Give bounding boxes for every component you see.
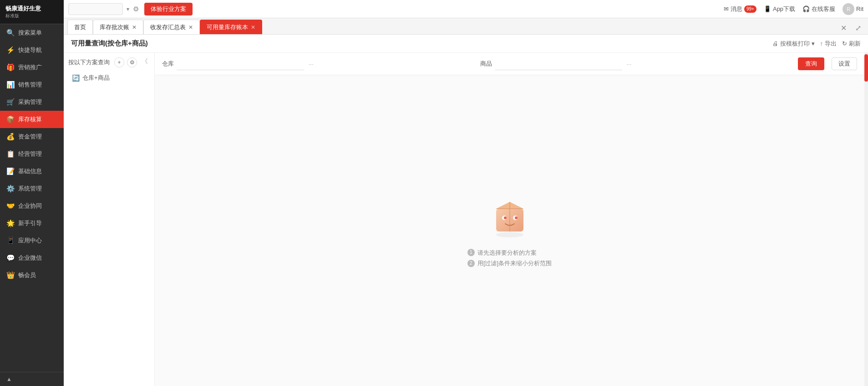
sidebar-item-base-info[interactable]: 📝 基础信息 [0,163,64,180]
query-filters-bar: 仓库 ··· 商品 ··· 查询 设置 [155,53,864,75]
tab-available-inventory[interactable]: 可用量库存账本 ✕ [200,20,262,34]
cart-icon: 🛒 [6,98,15,106]
warehouse-more-icon[interactable]: ··· [307,61,315,67]
sidebar-item-label: 新手引导 [18,219,42,227]
topbar-search-input[interactable] [68,3,123,15]
sidebar-collapse-icon: ▲ [6,376,12,382]
right-scrollbar-thumb[interactable] [864,54,868,82]
tabs-bar: 首页 库存批次账 ✕ 收发存汇总表 ✕ 可用量库存账本 ✕ ✕ ⤢ [64,18,868,35]
sidebar-item-inventory[interactable]: 📦 库存核算 [0,111,64,128]
warehouse-filter-group: 仓库 ··· [162,57,473,70]
user-avatar-area[interactable]: R Rit [843,3,863,15]
sidebar-item-marketing[interactable]: 🎁 营销推广 [0,59,64,76]
sidebar-item-corp[interactable]: 🤝 企业协同 [0,197,64,215]
settings-button[interactable]: 设置 [832,57,857,70]
phone-icon: 📱 [764,5,771,12]
doc-icon: 📝 [6,167,15,175]
topbar-chevron-icon[interactable]: ▾ [127,6,129,12]
tab-close-icon[interactable]: ✕ [132,24,137,31]
sidebar-item-label: 企业微信 [18,254,42,262]
topbar-right: ✉ 消息 99+ 📱 App下载 🎧 在线客服 R Rit [724,3,863,15]
sidebar-item-quick-nav[interactable]: ⚡ 快捷导航 [0,41,64,59]
trial-industry-button[interactable]: 体验行业方案 [144,3,193,15]
money-icon: 💰 [6,133,15,141]
sidebar-item-operation[interactable]: 📋 经营管理 [0,145,64,163]
svg-point-8 [496,232,523,237]
tip-num-2: 2 [467,260,475,267]
warehouse-input[interactable] [177,57,304,70]
sidebar-item-label: 营销推广 [18,63,42,72]
gear-icon: ⚙️ [6,185,15,193]
right-scrollbar[interactable] [864,53,868,386]
query-button[interactable]: 查询 [798,57,824,70]
star-icon: 🌟 [6,219,15,227]
tab-close-icon[interactable]: ✕ [188,24,193,31]
search-icon: 🔍 [6,29,15,37]
app-download-label: App下载 [773,5,795,13]
svg-point-7 [515,216,518,219]
refresh-button[interactable]: ↻ 刷新 [842,40,861,48]
filter-panel-header: 按以下方案查询 + ⚙ 《 [68,57,150,67]
filter-scheme-label: 仓库+商品 [82,74,110,82]
print-template-button[interactable]: 🖨 按模板打印 ▾ [772,40,815,48]
tabs-right-controls: ✕ ⤢ [837,21,864,34]
refresh-icon: ↻ [842,40,847,47]
add-scheme-button[interactable]: + [114,57,124,67]
sidebar-bottom[interactable]: ▲ [0,372,64,386]
svg-point-6 [504,216,507,219]
app-name: 畅康通好生意 [5,5,58,13]
sidebar-item-system[interactable]: ⚙️ 系统管理 [0,180,64,197]
lightning-icon: ⚡ [6,46,15,54]
tab-close-icon[interactable]: ✕ [251,24,255,31]
sidebar-item-app-center[interactable]: 📱 应用中心 [0,232,64,249]
clipboard-icon: 📋 [6,150,15,158]
message-icon: ✉ [724,5,729,12]
sidebar-item-label: 畅会员 [18,271,36,279]
product-filter-group: 商品 ··· [480,57,791,70]
sidebar-item-vip[interactable]: 👑 畅会员 [0,267,64,284]
print-chevron-icon: ▾ [812,40,815,47]
scheme-icon: 🔄 [72,74,80,82]
product-label: 商品 [480,60,492,68]
tab-inventory-batch-label: 库存批次账 [100,23,129,31]
tab-close-current-button[interactable]: ✕ [837,21,850,34]
topbar: ▾ ⚙ 体验行业方案 ✉ 消息 99+ 📱 App下载 🎧 在线客服 R Rit [64,0,868,18]
sidebar-item-newbie[interactable]: 🌟 新手引导 [0,215,64,232]
sidebar-item-label: 基础信息 [18,167,42,175]
tab-maximize-button[interactable]: ⤢ [852,21,864,34]
sidebar-item-search[interactable]: 🔍 搜索菜单 [0,24,64,41]
sidebar-item-label: 销售管理 [18,81,42,89]
tab-collect-summary[interactable]: 收发存汇总表 ✕ [143,20,200,34]
product-input[interactable] [495,57,622,70]
warehouse-label: 仓库 [162,60,174,68]
filter-scheme-item[interactable]: 🔄 仓库+商品 [68,71,150,85]
box-icon: 📦 [6,115,15,124]
sidebar-item-corp-wechat[interactable]: 💬 企业微信 [0,249,64,267]
sidebar-item-label: 采购管理 [18,98,42,106]
export-label: 导出 [825,40,837,48]
topbar-gear-icon[interactable]: ⚙ [133,5,139,13]
settings-scheme-button[interactable]: ⚙ [127,57,137,67]
tab-collect-summary-label: 收发存汇总表 [150,23,186,31]
app-download-button[interactable]: 📱 App下载 [764,5,795,13]
sidebar-item-label: 快捷导航 [18,46,42,54]
message-label: 消息 [731,5,742,13]
query-area: 仓库 ··· 商品 ··· 查询 设置 [155,53,864,386]
sidebar: 畅康通好生意 标准版 🔍 搜索菜单 ⚡ 快捷导航 🎁 营销推广 📊 销售管理 🛒… [0,0,64,386]
tab-home[interactable]: 首页 [67,20,93,34]
handshake-icon: 🤝 [6,202,15,210]
online-service-button[interactable]: 🎧 在线客服 [802,5,835,13]
crown-icon: 👑 [6,271,15,279]
filter-collapse-button[interactable]: 《 [140,57,150,67]
sidebar-item-finance[interactable]: 💰 资金管理 [0,128,64,145]
sidebar-item-sales[interactable]: 📊 销售管理 [0,76,64,93]
sidebar-item-label: 经营管理 [18,150,42,158]
avatar: R [843,3,854,15]
sidebar-item-purchase[interactable]: 🛒 采购管理 [0,93,64,111]
message-button[interactable]: ✉ 消息 99+ [724,5,756,13]
page-header: 可用量查询(按仓库+商品) 🖨 按模板打印 ▾ ↑ 导出 ↻ 刷新 [64,35,868,53]
tab-inventory-batch[interactable]: 库存批次账 ✕ [93,20,143,34]
product-more-icon[interactable]: ··· [625,61,634,67]
export-button[interactable]: ↑ 导出 [820,40,837,48]
filter-panel: 按以下方案查询 + ⚙ 《 🔄 仓库+商品 [64,53,155,386]
